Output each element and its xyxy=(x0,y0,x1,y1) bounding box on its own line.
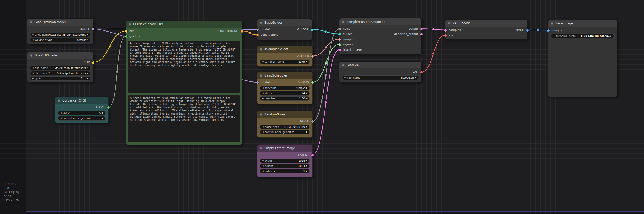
input-port-model[interactable] xyxy=(256,81,259,84)
node-guidance-cfg[interactable]: Guidance (CFG)FLOAT◀value3.5▶◀control_af… xyxy=(55,97,109,123)
input-port-sampler[interactable] xyxy=(338,38,341,41)
output-port-FLOAT[interactable] xyxy=(107,106,110,109)
widget-scheduler[interactable]: ◀schedulersimple▶ xyxy=(260,86,310,90)
prompt-textarea[interactable]: A scene inspired by 2000 comedy animatio… xyxy=(128,95,240,142)
widget-arrow-left[interactable]: ◀ xyxy=(262,92,263,94)
collapse-dot[interactable] xyxy=(551,22,553,25)
widget-arrow-left[interactable]: ◀ xyxy=(262,170,263,172)
wire-midpoint-dot[interactable] xyxy=(109,46,111,48)
widget-sampler_name[interactable]: ◀sampler_nameeuler▶ xyxy=(260,60,310,64)
output-port-CLIP[interactable] xyxy=(92,61,94,64)
wire-midpoint-dot[interactable] xyxy=(325,30,327,33)
collapse-dot[interactable] xyxy=(342,21,344,23)
widget-arrow-right[interactable]: ▶ xyxy=(306,126,308,128)
node-header[interactable]: SamplerCustomAdvanced xyxy=(339,18,421,25)
widget-arrow-left[interactable]: ◀ xyxy=(262,131,263,133)
node-ksampler-select[interactable]: KSamplerSelectSAMPLER◀sampler_nameeuler▶ xyxy=(257,46,313,67)
collapse-dot[interactable] xyxy=(342,64,344,66)
output-port-MODEL[interactable] xyxy=(92,28,94,30)
input-port-sigmas[interactable] xyxy=(338,43,341,46)
wire-midpoint-dot[interactable] xyxy=(116,71,118,73)
collapse-dot[interactable] xyxy=(260,74,262,77)
widget-vae_name[interactable]: ◀vae_nameflux/ae.sft▶ xyxy=(342,75,419,80)
widget-arrow-right[interactable]: ▶ xyxy=(306,92,308,94)
collapse-dot[interactable] xyxy=(260,22,262,24)
widget-arrow-right[interactable]: ▶ xyxy=(306,131,308,133)
collapse-dot[interactable] xyxy=(260,147,262,149)
node-header[interactable]: KSamplerSelect xyxy=(257,46,312,53)
input-port-latent_image[interactable] xyxy=(338,49,341,51)
widget-width[interactable]: ◀width1024▶ xyxy=(260,159,310,163)
wire-midpoint-dot[interactable] xyxy=(432,52,434,54)
widget-unet_name[interactable]: ◀unet_nameFlux.1-lite-8B-alpha.safetens…… xyxy=(30,33,91,37)
input-port-guider[interactable] xyxy=(338,33,341,35)
output-port-SAMPLER[interactable] xyxy=(311,55,314,58)
output-port-VAE[interactable] xyxy=(420,71,423,73)
node-vae-decode[interactable]: VAE DecodesamplesIMAGEvae xyxy=(445,20,528,40)
input-port-clip[interactable] xyxy=(125,30,127,33)
node-empty-latent-image[interactable]: Empty Latent ImageLATENT◀width1024▶◀heig… xyxy=(257,144,313,177)
node-basic-guider[interactable]: BasicGuidermodelGUIDERconditioning xyxy=(257,19,312,40)
wire-midpoint-dot[interactable] xyxy=(325,46,327,48)
widget-arrow-right[interactable]: ▶ xyxy=(306,61,308,63)
wire-midpoint-dot[interactable] xyxy=(325,62,327,64)
widget-value[interactable]: ◀value3.5▶ xyxy=(58,111,106,115)
node-basic-scheduler[interactable]: BasicSchedulermodelSIGMAS◀schedulersimpl… xyxy=(257,72,313,104)
node-header[interactable]: BasicGuider xyxy=(257,19,312,26)
node-header[interactable]: BasicScheduler xyxy=(257,72,312,79)
widget-arrow-left[interactable]: ◀ xyxy=(32,39,33,41)
widget-control_after_generate[interactable]: ◀control_after_generate.▶ xyxy=(260,130,310,134)
widget-arrow-right[interactable]: ▶ xyxy=(306,160,308,162)
collapse-dot[interactable] xyxy=(260,113,262,116)
widget-steps[interactable]: ◀steps24▶ xyxy=(260,91,310,96)
widget-arrow-right[interactable]: ▶ xyxy=(87,34,88,36)
input-port-vae[interactable] xyxy=(444,34,447,37)
widget-arrow-right[interactable]: ▶ xyxy=(87,39,88,41)
widget-clip_name2[interactable]: ◀clip_name2SD3/clip_l.safetensors▶ xyxy=(30,71,91,75)
widget-arrow-left[interactable]: ◀ xyxy=(262,87,263,89)
widget-arrow-right[interactable]: ▶ xyxy=(87,72,88,74)
node-header[interactable]: Load VAE xyxy=(339,62,421,68)
graph-canvas[interactable]: Load Diffusion ModelMODEL◀unet_nameFlux.… xyxy=(0,0,644,214)
wire-midpoint-dot[interactable] xyxy=(537,29,539,31)
widget-arrow-right[interactable]: ▶ xyxy=(415,77,417,79)
input-port-conditioning[interactable] xyxy=(256,34,259,36)
collapse-dot[interactable] xyxy=(30,54,32,57)
node-header[interactable]: Load Diffusion Model xyxy=(27,19,93,26)
widget-denoise[interactable]: ◀denoise1.00▶ xyxy=(260,96,310,101)
wire-midpoint-dot[interactable] xyxy=(325,101,327,103)
widget-height[interactable]: ◀height1024▶ xyxy=(260,164,310,168)
node-header[interactable]: VAE Decode xyxy=(445,20,527,27)
collapse-dot[interactable] xyxy=(30,21,32,23)
node-header[interactable]: RandomNoise xyxy=(257,111,312,118)
widget-arrow-right[interactable]: ▶ xyxy=(306,98,308,99)
node-header[interactable]: Save Image xyxy=(548,20,617,27)
widget-arrow-right[interactable]: ▶ xyxy=(306,165,308,167)
widget-filename_prefix[interactable]: filename_prefixFlux-Lite-8B-Alpha/1 xyxy=(551,34,615,38)
node-load-vae[interactable]: Load VAEVAE◀vae_nameflux/ae.sft▶ xyxy=(339,61,422,83)
widget-arrow-left[interactable]: ◀ xyxy=(262,165,263,167)
node-clip-text-encode-flux[interactable]: CLIPTextEncodeFluxclipCONDITIONINGguidan… xyxy=(126,21,242,145)
wire-midpoint-dot[interactable] xyxy=(432,28,434,30)
widget-arrow-right[interactable]: ▶ xyxy=(87,67,88,69)
widget-arrow-right[interactable]: ▶ xyxy=(87,78,88,79)
wire-midpoint-dot[interactable] xyxy=(325,74,327,76)
collapse-dot[interactable] xyxy=(129,23,131,26)
widget-arrow-right[interactable]: ▶ xyxy=(306,87,308,89)
output-port-IMAGE[interactable] xyxy=(526,29,529,32)
node-load-diffusion-model[interactable]: Load Diffusion ModelMODEL◀unet_nameFlux.… xyxy=(27,18,93,44)
node-sampler-custom-advanced[interactable]: SamplerCustomAdvancednoiseoutputguiderde… xyxy=(339,18,422,55)
collapse-dot[interactable] xyxy=(260,48,262,51)
wire-midpoint-dot[interactable] xyxy=(248,32,251,34)
node-random-noise[interactable]: RandomNoiseNOISE◀noise_seed1125899950349… xyxy=(257,111,313,138)
output-port-NOISE[interactable] xyxy=(311,120,314,123)
input-port-model[interactable] xyxy=(256,29,259,31)
input-port-images[interactable] xyxy=(547,29,550,32)
node-save-image[interactable]: Save Imageimagesfilename_prefixFlux-Lite… xyxy=(548,20,617,97)
output-port-GUIDER[interactable] xyxy=(311,29,313,31)
widget-arrow-left[interactable]: ◀ xyxy=(32,72,33,74)
widget-noise_seed[interactable]: ◀noise_seed1125899950349▶ xyxy=(260,125,310,129)
widget-arrow-left[interactable]: ◀ xyxy=(32,67,33,69)
widget-arrow-left[interactable]: ◀ xyxy=(32,34,33,36)
widget-arrow-left[interactable]: ◀ xyxy=(60,117,61,119)
